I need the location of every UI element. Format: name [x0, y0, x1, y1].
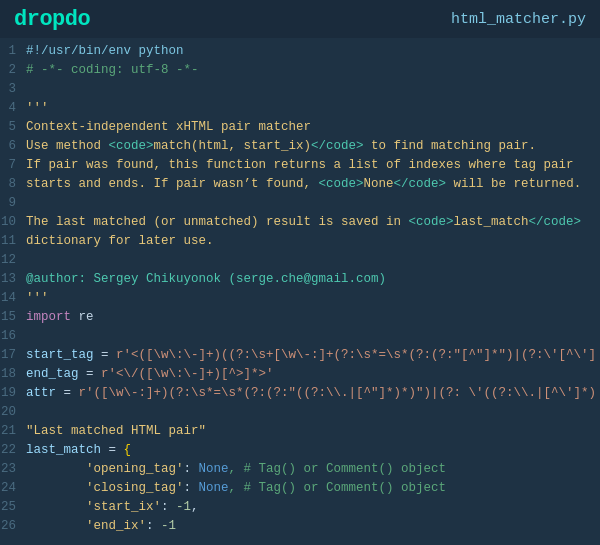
none-val-token: None	[199, 462, 229, 476]
line-15: 15import re	[0, 308, 600, 327]
operator-token: :	[184, 462, 199, 476]
line-number: 11	[0, 232, 26, 251]
line-content	[26, 251, 594, 270]
line-number: 19	[0, 384, 26, 403]
line-number: 18	[0, 365, 26, 384]
string-token: starts and ends. If pair wasn’t found,	[26, 177, 319, 191]
line-content: @author: Sergey Chikuyonok (serge.che@gm…	[26, 270, 594, 289]
string-token: '''	[26, 291, 49, 305]
string-token: match(html, start_ix)	[154, 139, 312, 153]
code-tag-token: <code>	[109, 139, 154, 153]
var-name-token: attr	[26, 386, 56, 400]
line-content: starts and ends. If pair wasn’t found, <…	[26, 175, 594, 194]
operator-token	[26, 500, 86, 514]
string-token: 'end_ix'	[86, 519, 146, 533]
code-tag-token: <code>	[409, 215, 454, 229]
code-tag-token: </code>	[311, 139, 364, 153]
line-content: dictionary for later use.	[26, 232, 594, 251]
line-content: 'start_ix': -1,	[26, 498, 594, 517]
line-22: 22last_match = {	[0, 441, 600, 460]
filename: html_matcher.py	[451, 11, 586, 28]
logo: dropdo	[14, 7, 90, 32]
line-11: 11dictionary for later use.	[0, 232, 600, 251]
string-token: None	[364, 177, 394, 191]
operator-token	[26, 462, 86, 476]
line-1: 1#!/usr/bin/env python	[0, 42, 600, 61]
line-content: Context-independent xHTML pair matcher	[26, 118, 594, 137]
line-number: 6	[0, 137, 26, 156]
operator-token: =	[94, 348, 117, 362]
line-number: 17	[0, 346, 26, 365]
line-content: last_match = {	[26, 441, 594, 460]
operator-token: :	[184, 481, 199, 495]
line-18: 18end_tag = r'<\/([\w\:\-]+)[^>]*>'	[0, 365, 600, 384]
string-token: 'start_ix'	[86, 500, 161, 514]
line-4: 4'''	[0, 99, 600, 118]
line-number: 4	[0, 99, 26, 118]
code-tag-token: <code>	[319, 177, 364, 191]
comment-token: , # Tag() or Comment() object	[229, 481, 447, 495]
line-21: 21"Last matched HTML pair"	[0, 422, 600, 441]
line-number: 1	[0, 42, 26, 61]
operator-token: :	[161, 500, 176, 514]
string-token: dictionary for later use.	[26, 234, 214, 248]
line-7: 7If pair was found, this function return…	[0, 156, 600, 175]
line-14: 14'''	[0, 289, 600, 308]
var-name-token: last_match	[26, 443, 101, 457]
line-26: 26 'end_ix': -1	[0, 517, 600, 536]
line-number: 25	[0, 498, 26, 517]
regex-token: r'([\w\-:]+)(?:\s*=\s*(?:(?:"((?:\\.|[^"…	[79, 386, 594, 400]
line-number: 26	[0, 517, 26, 536]
line-19: 19attr = r'([\w\-:]+)(?:\s*=\s*(?:(?:"((…	[0, 384, 600, 403]
bracket-token: {	[124, 443, 132, 457]
line-12: 12	[0, 251, 600, 270]
keyword-token: import	[26, 310, 71, 324]
string-token: Context-independent xHTML pair matcher	[26, 120, 311, 134]
line-8: 8starts and ends. If pair wasn’t found, …	[0, 175, 600, 194]
line-number: 9	[0, 194, 26, 213]
line-content: 'closing_tag': None, # Tag() or Comment(…	[26, 479, 594, 498]
string-token: "Last matched HTML pair"	[26, 424, 206, 438]
line-number: 16	[0, 327, 26, 346]
string-token: Use method	[26, 139, 109, 153]
line-content: # -*- coding: utf-8 -*-	[26, 61, 594, 80]
line-number: 10	[0, 213, 26, 232]
code-tag-token: </code>	[529, 215, 582, 229]
line-number: 15	[0, 308, 26, 327]
string-token: will be returned.	[446, 177, 581, 191]
string-token: '''	[26, 101, 49, 115]
string-token: last_match	[454, 215, 529, 229]
line-6: 6Use method <code>match(html, start_ix)<…	[0, 137, 600, 156]
number-token: -1	[176, 500, 191, 514]
line-number: 7	[0, 156, 26, 175]
line-content	[26, 194, 594, 213]
number-token: -1	[161, 519, 176, 533]
line-content: If pair was found, this function returns…	[26, 156, 594, 175]
string-token: If pair was found, this function returns…	[26, 158, 574, 172]
line-content	[26, 80, 594, 99]
line-17: 17start_tag = r'<([\w\:\-]+)((?:\s+[\w\-…	[0, 346, 600, 365]
operator-token	[26, 481, 86, 495]
regex-token: r'<([\w\:\-]+)((?:\s+[\w\-:]+(?:\s*=\s*(…	[116, 348, 594, 362]
line-5: 5Context-independent xHTML pair matcher	[0, 118, 600, 137]
string-token: to find matching pair.	[364, 139, 537, 153]
line-content: start_tag = r'<([\w\:\-]+)((?:\s+[\w\-:]…	[26, 346, 594, 365]
line-content: 'opening_tag': None, # Tag() or Comment(…	[26, 460, 594, 479]
line-content: '''	[26, 99, 594, 118]
operator-token: =	[101, 443, 124, 457]
string-token: 'closing_tag'	[86, 481, 184, 495]
line-number: 22	[0, 441, 26, 460]
line-content: "Last matched HTML pair"	[26, 422, 594, 441]
line-content: end_tag = r'<\/([\w\:\-]+)[^>]*>'	[26, 365, 594, 384]
none-val-token: None	[199, 481, 229, 495]
line-10: 10The last matched (or unmatched) result…	[0, 213, 600, 232]
line-number: 24	[0, 479, 26, 498]
decorator-token: @author: Sergey Chikuyonok (serge.che@gm…	[26, 272, 386, 286]
line-number: 23	[0, 460, 26, 479]
line-9: 9	[0, 194, 600, 213]
code-tag-token: </code>	[394, 177, 447, 191]
shebang-token: #!/usr/bin/env python	[26, 44, 184, 58]
line-content: '''	[26, 289, 594, 308]
line-number: 14	[0, 289, 26, 308]
line-16: 16	[0, 327, 600, 346]
